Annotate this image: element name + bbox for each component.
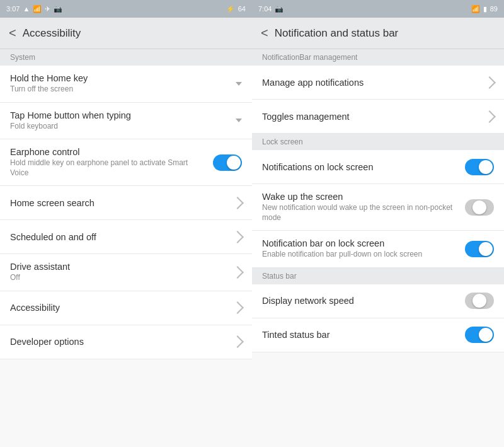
left-back-button[interactable]: < bbox=[9, 26, 16, 40]
charging-icon: ⚡ bbox=[226, 5, 235, 13]
left-status-right: ⚡ 64 bbox=[226, 5, 246, 13]
toggle-knob bbox=[479, 160, 493, 174]
right-panel: 7:04 📷 📶 ▮ 89 < Notification and status … bbox=[252, 0, 504, 447]
item-subtitle: New notification would wake up the scree… bbox=[262, 203, 459, 223]
right-section-statusbar: Status bar bbox=[252, 268, 504, 284]
chevron-icon bbox=[231, 336, 244, 349]
chevron-icon bbox=[483, 76, 496, 89]
item-subtitle: Turn off the screen bbox=[10, 84, 229, 95]
battery-icon: ▮ bbox=[483, 5, 487, 13]
item-subtitle: Enable notification bar pull-down on loc… bbox=[262, 250, 459, 260]
right-status-bar: 7:04 📷 📶 ▮ 89 bbox=[252, 0, 504, 18]
tinted-statusbar-toggle[interactable] bbox=[465, 327, 494, 343]
left-section-system: System bbox=[0, 49, 252, 66]
right-status-left: 7:04 📷 bbox=[258, 5, 284, 13]
right-battery: 89 bbox=[490, 5, 498, 13]
list-item[interactable]: Developer options bbox=[0, 325, 252, 359]
list-item[interactable]: Drive assistant Off bbox=[0, 254, 252, 291]
notifications-lockscreen-toggle[interactable] bbox=[465, 159, 494, 175]
list-item[interactable]: Manage app notifications bbox=[252, 66, 504, 100]
toggle-knob bbox=[472, 200, 486, 214]
left-panel: 3:07 ▲ 📶 ✈ 📷 ⚡ 64 < Accessibility System… bbox=[0, 0, 252, 447]
earphone-toggle[interactable] bbox=[213, 154, 242, 171]
right-section-lockscreen: Lock screen bbox=[252, 134, 504, 150]
right-back-button[interactable]: < bbox=[261, 26, 268, 40]
item-title: Home screen search bbox=[10, 198, 227, 208]
left-status-bar: 3:07 ▲ 📶 ✈ 📷 ⚡ 64 bbox=[0, 0, 252, 18]
right-status-right: 📶 ▮ 89 bbox=[471, 5, 498, 13]
item-title: Earphone control bbox=[10, 147, 207, 157]
item-title: Developer options bbox=[10, 337, 227, 347]
network-speed-toggle[interactable] bbox=[465, 293, 494, 309]
item-title: Tap Home button when typing bbox=[10, 110, 229, 120]
item-title: Hold the Home key bbox=[10, 73, 229, 83]
chevron-icon bbox=[231, 302, 244, 315]
toggle-knob bbox=[479, 328, 493, 342]
item-title: Notifications on lock screen bbox=[262, 162, 459, 172]
wifi-icon: 📶 bbox=[471, 5, 480, 13]
right-section-notificationbar: NotificationBar management bbox=[252, 49, 504, 66]
list-item[interactable]: Display network speed bbox=[252, 284, 504, 318]
caret-icon bbox=[236, 119, 242, 122]
right-topbar: < Notification and status bar bbox=[252, 18, 504, 49]
item-subtitle: Hold middle key on earphone panel to act… bbox=[10, 158, 207, 178]
left-topbar: < Accessibility bbox=[0, 18, 252, 49]
right-title: Notification and status bar bbox=[275, 27, 399, 40]
left-status-left: 3:07 ▲ 📶 ✈ 📷 bbox=[6, 5, 62, 13]
left-battery: 64 bbox=[238, 5, 246, 13]
left-time: 3:07 bbox=[6, 5, 20, 13]
list-item[interactable]: Accessibility bbox=[0, 291, 252, 325]
chevron-icon bbox=[231, 231, 244, 243]
item-title: Drive assistant bbox=[10, 262, 227, 272]
item-title: Wake up the screen bbox=[262, 192, 459, 202]
left-title: Accessibility bbox=[23, 27, 81, 40]
item-title: Tinted status bar bbox=[262, 330, 459, 340]
item-title: Notification bar on lock screen bbox=[262, 238, 459, 248]
right-time: 7:04 bbox=[258, 5, 272, 13]
chevron-icon bbox=[231, 197, 244, 209]
right-settings-list: NotificationBar management Manage app no… bbox=[252, 49, 504, 447]
item-title: Scheduled on and off bbox=[10, 232, 227, 242]
item-subtitle: Off bbox=[10, 273, 227, 283]
list-item[interactable]: Wake up the screen New notification woul… bbox=[252, 184, 504, 231]
item-title: Manage app notifications bbox=[262, 78, 479, 88]
list-item[interactable]: Notification bar on lock screen Enable n… bbox=[252, 231, 504, 268]
left-settings-list: System Hold the Home key Turn off the sc… bbox=[0, 49, 252, 447]
toggle-knob bbox=[227, 156, 241, 170]
item-subtitle: Fold keyboard bbox=[10, 122, 229, 132]
photo-icon: 📷 bbox=[275, 5, 284, 13]
list-item[interactable]: Notifications on lock screen bbox=[252, 150, 504, 184]
list-item[interactable]: Hold the Home key Turn off the screen bbox=[0, 66, 252, 103]
list-item[interactable]: Earphone control Hold middle key on earp… bbox=[0, 139, 252, 186]
list-item[interactable]: Toggles management bbox=[252, 100, 504, 134]
caret-icon bbox=[236, 82, 242, 86]
item-title: Accessibility bbox=[10, 303, 227, 313]
toggle-knob bbox=[472, 294, 486, 308]
item-title: Display network speed bbox=[262, 296, 459, 306]
photo-icon: 📷 bbox=[54, 5, 62, 13]
signal-icon: ▲ bbox=[23, 5, 30, 13]
list-item[interactable]: Home screen search bbox=[0, 186, 252, 220]
wifi-icon: 📶 bbox=[33, 5, 42, 13]
toggle-knob bbox=[479, 242, 493, 256]
chevron-icon bbox=[483, 110, 496, 123]
location-icon: ✈ bbox=[45, 5, 50, 13]
notif-bar-lockscreen-toggle[interactable] bbox=[465, 241, 494, 257]
chevron-icon bbox=[231, 266, 244, 279]
list-item[interactable]: Tinted status bar bbox=[252, 318, 504, 352]
list-item[interactable]: Scheduled on and off bbox=[0, 220, 252, 254]
wakeup-toggle[interactable] bbox=[465, 199, 494, 216]
item-title: Toggles management bbox=[262, 112, 479, 122]
list-item[interactable]: Tap Home button when typing Fold keyboar… bbox=[0, 103, 252, 140]
